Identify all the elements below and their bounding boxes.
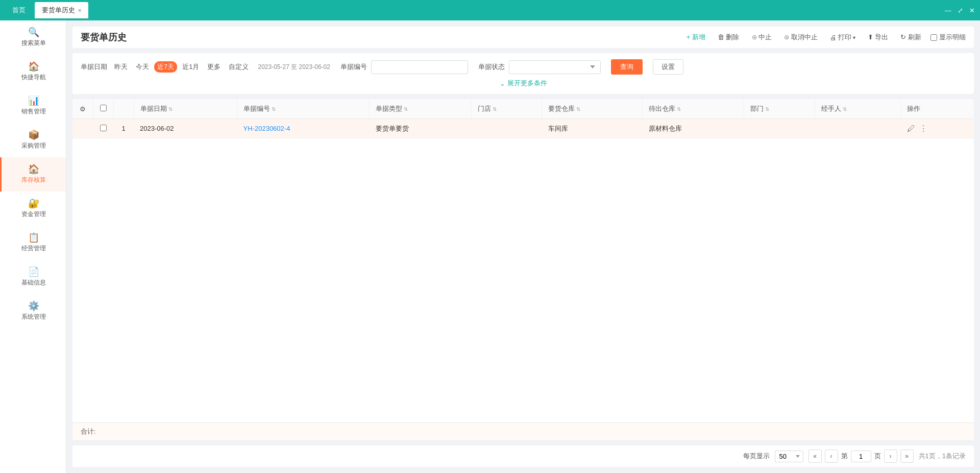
page-last-button[interactable]: »: [900, 450, 914, 463]
window-minimize-icon[interactable]: —: [945, 7, 951, 14]
date-shortcut-yesterday[interactable]: 昨天: [111, 61, 131, 73]
filter-area: 单据日期 昨天 今天 近7天 近1月 更多 自定义 2023-05-27 至 2…: [72, 53, 974, 94]
print-icon: 🖨: [830, 34, 837, 41]
th-actions: 操作: [901, 99, 974, 119]
quick-nav-icon: 🏠: [28, 62, 39, 71]
expand-more-row[interactable]: ⌄ 展开更多条件: [81, 79, 966, 88]
row-pending-warehouse: 原材料仓库: [649, 125, 682, 132]
page-next-button[interactable]: ›: [884, 450, 897, 463]
page-input[interactable]: [851, 451, 871, 462]
page-title: 要货单历史: [81, 31, 127, 43]
top-bar: 首页 要货单历史 × — ⤢ ✕: [0, 0, 980, 20]
table-wrapper: ⚙ 单据日期 ⇅ 单据编号: [72, 99, 974, 440]
row-order-no-link[interactable]: YH-20230602-4: [243, 125, 290, 132]
date-shortcut-more[interactable]: 更多: [204, 61, 224, 73]
th-type[interactable]: 单据类型 ⇅: [370, 99, 471, 119]
th-store-label: 门店: [478, 104, 491, 113]
row-checkbox[interactable]: [100, 125, 107, 131]
sidebar-item-system-mgmt[interactable]: ⚙️ 系统管理: [0, 294, 66, 328]
date-shortcut-7days[interactable]: 近7天: [154, 61, 177, 73]
content-area: 要货单历史 + 新增 🗑 删除 ⊙ 中止 ⊙ 取消中止 🖨 🖨 打印 打印 ▾ …: [66, 20, 980, 473]
td-order-no: YH-20230602-4: [237, 119, 370, 138]
print-button[interactable]: 🖨 🖨 打印 打印 ▾: [827, 31, 859, 44]
status-select[interactable]: [509, 60, 601, 74]
sidebar-item-finance-mgmt-label: 资金管理: [21, 210, 46, 219]
window-maximize-icon[interactable]: ⤢: [958, 7, 963, 14]
sort-department-icon: ⇅: [765, 106, 769, 112]
date-shortcut-1month[interactable]: 近1月: [179, 61, 202, 73]
display-detail-checkbox[interactable]: [930, 34, 937, 41]
sidebar-item-finance-mgmt[interactable]: 🔐 资金管理: [0, 192, 66, 226]
settings-button[interactable]: 设置: [653, 59, 683, 75]
delete-button[interactable]: 🗑 删除: [715, 31, 743, 44]
td-handler: [815, 119, 901, 138]
row-actions: 🖊 ⋮: [907, 124, 968, 133]
date-shortcut-custom[interactable]: 自定义: [226, 61, 252, 73]
inventory-calc-icon: 🏠: [28, 164, 39, 174]
sidebar-item-operations-mgmt[interactable]: 📋 经营管理: [0, 226, 66, 260]
print-dropdown-icon[interactable]: ▾: [853, 35, 855, 40]
page-prev-button[interactable]: ‹: [825, 450, 838, 463]
tab-home[interactable]: 首页: [5, 2, 33, 18]
td-department: [744, 119, 815, 138]
th-store[interactable]: 门店 ⇅: [471, 99, 542, 119]
sidebar-item-sales-mgmt-label: 销售管理: [21, 107, 46, 116]
order-no-label: 单据编号: [340, 62, 367, 72]
td-checkbox: [93, 119, 113, 138]
export-button[interactable]: ⬆ 导出: [865, 31, 892, 44]
page-first-button[interactable]: «: [808, 450, 822, 463]
display-detail-checkbox-area[interactable]: 显示明细: [930, 33, 966, 42]
th-department[interactable]: 部门 ⇅: [744, 99, 815, 119]
th-req-warehouse-label: 要货仓库: [548, 104, 575, 113]
tab-requisition-label: 要货单历史: [42, 6, 75, 15]
toolbar: + 新增 🗑 删除 ⊙ 中止 ⊙ 取消中止 🖨 🖨 打印 打印 ▾ ⬆ 导出 ↻…: [683, 31, 966, 44]
sidebar-item-purchase-mgmt[interactable]: 📦 采购管理: [0, 123, 66, 157]
th-settings[interactable]: ⚙: [72, 99, 93, 119]
sidebar-item-sales-mgmt[interactable]: 📊 销售管理: [0, 89, 66, 123]
th-pending-warehouse[interactable]: 待出仓库 ⇅: [643, 99, 744, 119]
sidebar-item-inventory-calc[interactable]: 🏠 库存核算: [0, 157, 66, 192]
tab-close-icon[interactable]: ×: [78, 7, 81, 13]
refresh-button[interactable]: ↻ 刷新: [897, 31, 924, 44]
sort-pending-warehouse-icon: ⇅: [677, 106, 681, 112]
th-date[interactable]: 单据日期 ⇅: [134, 99, 237, 119]
sidebar-item-system-mgmt-label: 系统管理: [21, 313, 46, 321]
order-no-input[interactable]: [371, 60, 468, 74]
sidebar-item-basic-info[interactable]: 📄 基础信息: [0, 260, 66, 294]
th-handler[interactable]: 经手人 ⇅: [815, 99, 901, 119]
finance-mgmt-icon: 🔐: [28, 199, 39, 208]
window-close-icon[interactable]: ✕: [969, 7, 975, 14]
th-type-label: 单据类型: [376, 104, 402, 113]
td-req-warehouse: 车间库: [542, 119, 643, 138]
stop-button[interactable]: ⊙ 中止: [749, 31, 775, 44]
sidebar-item-basic-info-label: 基础信息: [21, 278, 46, 287]
page-header: 要货单历史 + 新增 🗑 删除 ⊙ 中止 ⊙ 取消中止 🖨 🖨 打印 打印 ▾ …: [72, 27, 974, 48]
filter-row-1: 单据日期 昨天 今天 近7天 近1月 更多 自定义 2023-05-27 至 2…: [81, 59, 966, 75]
new-button[interactable]: + 新增: [683, 31, 708, 44]
sidebar-item-search-menu[interactable]: 🔍 搜索菜单: [0, 20, 66, 55]
data-table: ⚙ 单据日期 ⇅ 单据编号: [72, 99, 974, 138]
sort-date-icon: ⇅: [168, 106, 173, 112]
row-more-icon[interactable]: ⋮: [919, 124, 927, 133]
page-nav: « ‹ 第 页 › »: [808, 450, 914, 463]
table-row: 1 2023-06-02 YH-20230602-4 要货单要货: [72, 119, 974, 138]
tab-requisition-history[interactable]: 要货单历史 ×: [35, 2, 88, 18]
table-header-row: ⚙ 单据日期 ⇅ 单据编号: [72, 99, 974, 119]
th-req-warehouse[interactable]: 要货仓库 ⇅: [542, 99, 643, 119]
query-button[interactable]: 查询: [611, 59, 643, 75]
row-type: 要货单要货: [376, 125, 409, 132]
select-all-checkbox[interactable]: [100, 105, 107, 111]
sidebar-item-quick-nav-label: 快捷导航: [21, 73, 46, 82]
sidebar-item-quick-nav[interactable]: 🏠 快捷导航: [0, 55, 66, 89]
per-page-select[interactable]: 20 50 100 200: [775, 451, 803, 462]
th-order-no[interactable]: 单据编号 ⇅: [237, 99, 370, 119]
th-num: [113, 99, 134, 119]
td-num: 1: [113, 119, 134, 138]
tab-home-label: 首页: [12, 6, 26, 15]
cancel-stop-button[interactable]: ⊙ 取消中止: [781, 31, 821, 44]
table-footer: 合计:: [72, 422, 974, 440]
td-actions: 🖊 ⋮: [901, 119, 974, 138]
pagination-area: 每页显示 20 50 100 200 « ‹ 第 页 › » 共1页，1条记录: [72, 445, 974, 467]
row-edit-icon[interactable]: 🖊: [907, 124, 915, 133]
date-shortcut-today[interactable]: 今天: [133, 61, 152, 73]
